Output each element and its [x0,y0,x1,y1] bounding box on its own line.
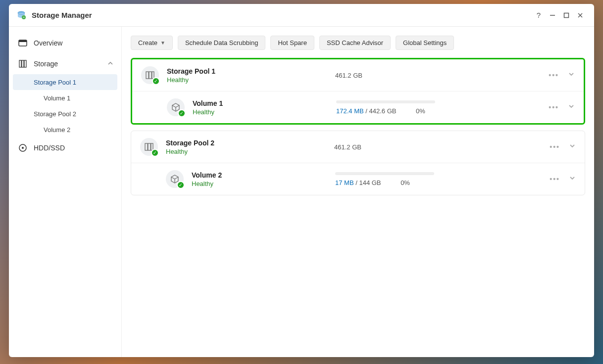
window-title: Storage Manager [32,11,532,19]
sidebar-item-overview[interactable]: Overview [9,33,121,53]
sidebar-item-storage-pool-1[interactable]: Storage Pool 1 [13,74,117,90]
healthy-badge-icon: ✓ [152,77,160,85]
toolbar: Create ▼ Schedule Data Scrubbing Hot Spa… [131,36,585,50]
svg-rect-18 [145,143,148,150]
separator: / [364,107,369,115]
button-label: Schedule Data Scrubbing [185,39,258,46]
volume-name: Volume 1 [193,99,336,107]
storage-icon [18,59,28,69]
titlebar: Storage Manager ? [9,4,594,27]
healthy-badge-icon: ✓ [178,109,186,117]
sidebar-label: Storage [34,60,58,68]
main-content: Create ▼ Schedule Data Scrubbing Hot Spa… [122,27,594,357]
sidebar-label: Volume 1 [44,94,70,102]
pool-size: 461.2 GB [334,143,550,151]
create-button[interactable]: Create ▼ [131,36,173,50]
sidebar-item-volume-1[interactable]: Volume 1 [9,90,121,106]
volume-used: 17 MB [335,179,354,186]
storage-pool-card: ✓ Storage Pool 2 Healthy 461.2 GB ••• [131,131,585,195]
storage-manager-icon [16,10,27,21]
button-label: Create [138,39,157,46]
svg-rect-12 [24,60,26,67]
volume-status: Healthy [193,108,336,116]
volume-icon: ✓ [167,98,185,116]
chevron-up-icon [107,60,113,68]
ssd-cache-advisor-button[interactable]: SSD Cache Advisor [319,36,391,50]
pool-status: Healthy [167,76,335,84]
minimize-button[interactable] [546,8,559,22]
svg-rect-5 [564,13,569,17]
svg-rect-19 [148,143,151,150]
volume-name-column: Volume 1 Healthy [193,99,336,116]
svg-rect-16 [149,72,151,79]
schedule-scrubbing-button[interactable]: Schedule Data Scrubbing [178,36,265,50]
more-actions-button[interactable]: ••• [550,175,560,183]
volume-percent: 0% [416,107,425,115]
pool-header[interactable]: ✓ Storage Pool 2 Healthy 461.2 GB ••• [131,131,585,163]
pool-header[interactable]: ✓ Storage Pool 1 Healthy 461.2 GB ••• [132,59,584,91]
sidebar-label: Storage Pool 1 [34,79,76,86]
sidebar-label: Storage Pool 2 [34,110,76,118]
separator: / [354,179,359,186]
hot-spare-button[interactable]: Hot Spare [270,36,314,50]
pool-status: Healthy [166,148,334,155]
volume-name-column: Volume 2 Healthy [192,171,335,187]
hdd-icon [18,143,28,153]
volume-used: 172.4 MB [336,107,364,115]
button-label: Hot Spare [278,39,307,46]
usage-bar [336,100,435,103]
pool-name-column: Storage Pool 1 Healthy [167,67,335,84]
volume-icon: ✓ [166,170,184,188]
chevron-down-icon[interactable] [568,103,575,112]
volume-row[interactable]: ✓ Volume 1 Healthy 172.4 MB / 442.6 GB 0… [132,91,584,123]
sidebar-item-storage-pool-2[interactable]: Storage Pool 2 [9,106,121,122]
svg-rect-3 [23,17,25,17]
sidebar-label: Overview [34,39,62,47]
storage-pool-icon: ✓ [140,138,158,156]
button-label: Global Settings [403,39,447,46]
usage-bar [335,172,434,175]
more-actions-button[interactable]: ••• [549,71,559,79]
button-label: SSD Cache Advisor [327,39,383,46]
svg-rect-11 [22,60,24,67]
volume-row[interactable]: ✓ Volume 2 Healthy 17 MB / 144 GB 0% ••• [131,163,585,195]
storage-pool-card: ✓ Storage Pool 1 Healthy 461.2 GB ••• [131,58,585,125]
sidebar-item-storage[interactable]: Storage [9,53,121,74]
volume-total: 144 GB [359,179,381,186]
pool-size: 461.2 GB [335,72,549,79]
sidebar-item-hdd-ssd[interactable]: HDD/SSD [9,137,121,158]
caret-down-icon: ▼ [160,40,165,46]
volume-percent: 0% [401,179,410,186]
close-button[interactable] [573,8,587,22]
more-actions-button[interactable]: ••• [550,143,560,151]
sidebar-label: Volume 2 [44,126,70,134]
pool-name: Storage Pool 1 [167,67,335,75]
volume-usage-column: 17 MB / 144 GB 0% [335,172,550,186]
svg-rect-9 [19,40,27,42]
chevron-down-icon[interactable] [568,71,575,80]
sidebar: Overview Storage Storage Pool 1 Volume 1… [9,27,122,357]
maximize-button[interactable] [559,8,573,22]
pool-name: Storage Pool 2 [166,139,334,147]
volume-usage-column: 172.4 MB / 442.6 GB 0% [336,100,549,115]
healthy-badge-icon: ✓ [151,149,159,157]
help-button[interactable]: ? [532,8,546,22]
sidebar-item-volume-2[interactable]: Volume 2 [9,122,121,137]
svg-rect-15 [146,72,149,79]
more-actions-button[interactable]: ••• [549,103,559,111]
app-window: Storage Manager ? Overview Stora [9,4,594,357]
storage-pool-icon: ✓ [141,66,159,84]
volume-total: 442.6 GB [369,107,397,115]
overview-icon [18,38,28,48]
svg-point-14 [22,147,24,149]
svg-rect-10 [19,60,21,67]
healthy-badge-icon: ✓ [177,181,185,189]
sidebar-label: HDD/SSD [34,144,65,152]
pool-name-column: Storage Pool 2 Healthy [166,139,334,155]
global-settings-button[interactable]: Global Settings [396,36,454,50]
chevron-down-icon[interactable] [569,142,576,151]
volume-name: Volume 2 [192,171,335,179]
chevron-down-icon[interactable] [569,175,576,183]
volume-status: Healthy [192,180,335,187]
